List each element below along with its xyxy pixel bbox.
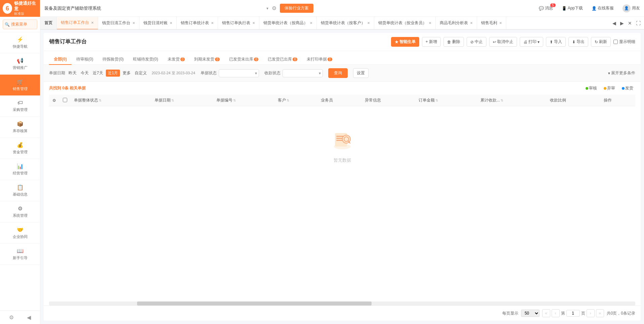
tab-product-stats[interactable]: 销货单统计表（按商品） ✕ xyxy=(259,17,317,30)
tab-close-salesperson-stats[interactable]: ✕ xyxy=(429,21,431,25)
first-page-btn[interactable]: « xyxy=(542,309,550,317)
next-page-btn[interactable]: › xyxy=(587,309,595,317)
tab-sales-exec[interactable]: 销售订单执行表 ✕ xyxy=(218,17,259,30)
date-today[interactable]: 今天 xyxy=(79,70,90,77)
tab-margin-analysis[interactable]: 商品毛利分析表 ✕ xyxy=(436,17,477,30)
sort-customer-icon[interactable]: ⇅ xyxy=(287,98,289,102)
tab-close-sales-stats[interactable]: ✕ xyxy=(211,21,214,25)
sidebar-item-management[interactable]: 📊 经营管理 xyxy=(0,159,40,180)
delete-button[interactable]: 🗑 删除 xyxy=(443,37,464,47)
tab-next-btn[interactable]: ▶ xyxy=(619,20,625,27)
tab-sales-order-workbench[interactable]: 销售订单工作台 ✕ xyxy=(57,17,98,30)
sidebar-item-shortcut[interactable]: ⚡ 快捷导航 xyxy=(0,32,40,53)
subtab-shipped-out[interactable]: 已发货已出库0 xyxy=(263,54,302,65)
sidebar-item-system[interactable]: ⚙ 系统管理 xyxy=(0,201,40,222)
tab-close-margin-analysis[interactable]: ✕ xyxy=(470,21,473,25)
sidebar-item-purchase[interactable]: 🏷 采购管理 xyxy=(0,96,40,117)
payment-select[interactable] xyxy=(283,69,323,77)
sidebar-search[interactable]: 🔍 搜索菜单 xyxy=(0,17,40,32)
select-all-checkbox[interactable] xyxy=(63,98,67,102)
import-button[interactable]: ⬆ 导入 xyxy=(546,37,566,47)
tab-close-daily-clear[interactable]: ✕ xyxy=(132,21,135,25)
date-custom[interactable]: 自定义 xyxy=(133,70,148,77)
tab-close-sales-exec[interactable]: ✕ xyxy=(252,21,255,25)
sidebar-item-cooperation[interactable]: 🤝 企业协同 xyxy=(0,222,40,244)
last-page-btn[interactable]: » xyxy=(596,309,604,317)
tab-salesperson-stats[interactable]: 销货单统计表（按业务员） ✕ xyxy=(374,17,436,30)
subtab-all[interactable]: 全部(0) xyxy=(49,54,72,65)
sort-status-icon[interactable]: ⇅ xyxy=(99,98,101,102)
sort-number-icon[interactable]: ⇅ xyxy=(233,98,236,102)
tab-prev-btn[interactable]: ◀ xyxy=(611,20,617,27)
tab-sales-margin[interactable]: 销售毛利 ✕ xyxy=(477,17,506,30)
sidebar-item-marketing[interactable]: 📢 营销推广 xyxy=(0,53,40,75)
subtab-shipped-not-out[interactable]: 已发货未出库0 xyxy=(224,54,263,65)
tab-close-reconciliation[interactable]: ✕ xyxy=(170,21,172,25)
subtab-pending-check[interactable]: 待拣验货(0) xyxy=(98,54,128,65)
date-1month[interactable]: 近1月 xyxy=(106,70,120,77)
sort-collected-icon[interactable]: ⇅ xyxy=(501,98,503,102)
review-action-btn[interactable]: 审核 xyxy=(584,84,599,92)
subtab-unprinted[interactable]: 未打印单据0 xyxy=(302,54,337,65)
subtab-unshipped[interactable]: 未发货0 xyxy=(163,54,190,65)
message-action[interactable]: 💬 消息 5 xyxy=(539,5,553,11)
sidebar-item-sales[interactable]: 🛒 销售管理 xyxy=(0,75,40,96)
sidebar-collapse-btn[interactable]: ◀ xyxy=(27,314,31,321)
smart-create-button[interactable]: ★ 智能生单 xyxy=(391,37,419,47)
export-button[interactable]: ⬇ 导出 xyxy=(568,37,588,47)
prev-page-btn[interactable]: ‹ xyxy=(552,309,560,317)
sidebar-item-guide[interactable]: 📖 新手引导 xyxy=(0,244,40,265)
tab-close-product-stats[interactable]: ✕ xyxy=(310,21,312,25)
th-settings[interactable]: ⚙ xyxy=(49,95,59,106)
topbar-dropdown-icon[interactable]: ▾ xyxy=(266,6,268,11)
date-yesterday[interactable]: 昨天 xyxy=(67,70,78,77)
sidebar-item-finance[interactable]: 💰 资金管理 xyxy=(0,138,40,159)
tab-customer-stats[interactable]: 销货单统计表（按客户） ✕ xyxy=(317,17,374,30)
stop-button[interactable]: ⊘ 中止 xyxy=(467,37,486,47)
per-page-select[interactable]: 50 100 200 xyxy=(521,310,540,317)
th-checkbox[interactable] xyxy=(59,95,71,106)
refresh-button[interactable]: ↻ 刷新 xyxy=(591,37,611,47)
tab-close-sales-margin[interactable]: ✕ xyxy=(499,21,502,25)
page-input[interactable] xyxy=(566,310,580,317)
tab-daily-clear[interactable]: 钱货日清工作台 ✕ xyxy=(98,17,139,30)
system-icon: ⚙ xyxy=(18,205,23,212)
settings-filter-button[interactable]: 设置 xyxy=(353,68,369,78)
subtab-overdue-unshipped[interactable]: 到期未发货0 xyxy=(189,54,224,65)
tab-close-all-btn[interactable]: ✕ xyxy=(627,20,633,27)
app-download-action[interactable]: 📱 App下载 xyxy=(562,5,583,11)
cancel-review-action-btn[interactable]: 弃审 xyxy=(602,84,617,92)
sidebar-item-inventory[interactable]: 📦 库存核算 xyxy=(0,117,40,138)
tab-fullscreen-btn[interactable]: ⛶ xyxy=(635,20,642,27)
tab-close-sales-order[interactable]: ✕ xyxy=(91,21,94,25)
status-select[interactable] xyxy=(219,69,259,77)
sort-date-icon[interactable]: ⇅ xyxy=(171,98,174,102)
sidebar: 6 畅捷通好生意 标准版 🔍 搜索菜单 ⚡ 快捷导航 📢 营销推广 🛒 销售管理… xyxy=(0,0,40,324)
tab-sales-stats[interactable]: 销售订单统计表 ✕ xyxy=(177,17,218,30)
show-detail-label[interactable]: 显示明细 xyxy=(613,39,635,45)
print-button[interactable]: 🖨 打印 ▾ xyxy=(520,37,543,47)
topbar-settings-icon[interactable]: ⚙ xyxy=(272,5,276,11)
cancel-stop-button[interactable]: ↩ 取消中止 xyxy=(489,37,517,47)
query-button[interactable]: 查询 xyxy=(328,68,348,78)
payment-select-wrap xyxy=(283,69,323,77)
online-service-action[interactable]: 👤 在线客服 xyxy=(592,5,614,11)
search-menu-button[interactable]: 🔍 搜索菜单 xyxy=(3,19,37,29)
horizontal-scrollbar[interactable] xyxy=(49,301,635,306)
date-7days[interactable]: 近7天 xyxy=(91,70,104,77)
date-more[interactable]: 更多 xyxy=(121,70,132,77)
user-menu[interactable]: 👤 用友 xyxy=(622,4,640,12)
show-detail-checkbox[interactable] xyxy=(613,40,618,44)
industry-solution-button[interactable]: 体验行业方案 xyxy=(280,4,313,13)
tab-close-customer-stats[interactable]: ✕ xyxy=(367,21,370,25)
ship-action-btn[interactable]: 发货 xyxy=(620,84,635,92)
tab-reconciliation[interactable]: 钱货日清对账 ✕ xyxy=(139,17,177,30)
sort-amount-icon[interactable]: ⇅ xyxy=(435,98,438,102)
subtab-wangpu-ship[interactable]: 旺铺待发货(0) xyxy=(128,54,163,65)
expand-filter-button[interactable]: ▾ 展开更多条件 xyxy=(608,70,635,76)
sidebar-item-basics[interactable]: 📋 基础信息 xyxy=(0,180,40,201)
tab-home[interactable]: 首页 xyxy=(40,17,57,30)
add-button[interactable]: + 新增 xyxy=(422,37,441,47)
sidebar-settings-btn[interactable]: ⚙ xyxy=(9,314,14,321)
subtab-pending-review[interactable]: 待审核(0) xyxy=(72,54,98,65)
